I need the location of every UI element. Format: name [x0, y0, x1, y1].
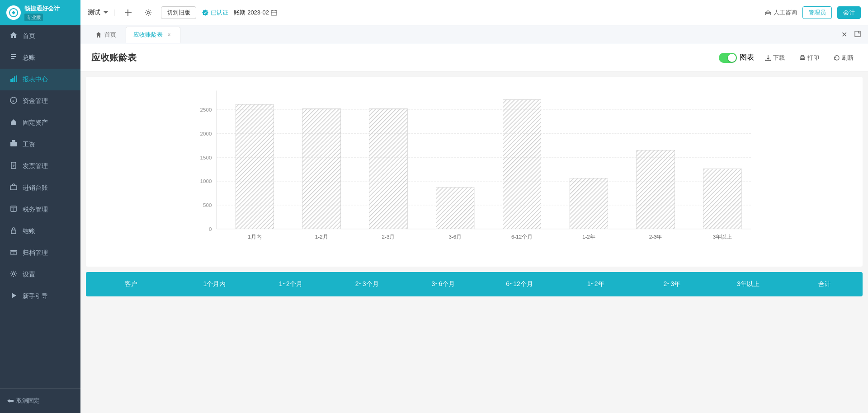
- certified-badge: 已认证: [202, 9, 228, 17]
- sidebar-item-payroll[interactable]: 工资: [0, 134, 80, 155]
- chart-toggle[interactable]: 图表: [719, 53, 754, 63]
- th-3y-plus: 3年以上: [710, 272, 787, 296]
- tab-aging[interactable]: 应收账龄表 ×: [126, 27, 180, 43]
- bar-6-12月: [503, 100, 541, 229]
- bar-3-6月: [436, 188, 474, 229]
- calendar-icon[interactable]: [271, 9, 277, 16]
- archive-icon: [9, 249, 18, 258]
- th-6-12m: 6~12个月: [481, 272, 558, 296]
- certified-label: 已认证: [211, 9, 228, 17]
- manager-button[interactable]: 管理员: [802, 6, 832, 19]
- svg-rect-37: [855, 31, 860, 37]
- settings-button[interactable]: [141, 5, 156, 20]
- accountant-button[interactable]: 会计: [837, 6, 861, 19]
- svg-rect-6: [14, 76, 15, 82]
- sidebar-item-tax[interactable]: 税务管理: [0, 199, 80, 221]
- add-button[interactable]: [121, 5, 136, 20]
- topbar-right: 人工咨询 管理员 会计: [764, 6, 861, 19]
- sidebar-label-settings: 设置: [23, 271, 35, 279]
- sidebar-item-archive[interactable]: 归档管理: [0, 242, 80, 264]
- sidebar-item-stock[interactable]: 进销台账: [0, 177, 80, 199]
- sidebar-item-settings[interactable]: 设置: [0, 264, 80, 286]
- sidebar: 畅捷通好会计 专业版 首页 总账 报表中心 ¥: [0, 0, 80, 413]
- tab-close-button[interactable]: ×: [165, 31, 173, 38]
- svg-point-36: [770, 12, 771, 14]
- window-expand-icon[interactable]: [854, 31, 861, 38]
- window-close-icon[interactable]: ✕: [841, 30, 847, 39]
- period-text: 账期: [234, 9, 245, 17]
- sidebar-label-reports: 报表中心: [23, 75, 48, 84]
- sidebar-item-assets[interactable]: 固定资产: [0, 112, 80, 134]
- company-selector[interactable]: 测试: [88, 9, 108, 17]
- sidebar-item-home[interactable]: 首页: [0, 25, 80, 47]
- cancel-fixed-button[interactable]: 取消固定: [7, 394, 73, 408]
- payroll-icon: [9, 140, 18, 149]
- tax-icon: [9, 205, 18, 214]
- refresh-button[interactable]: 刷新: [830, 52, 857, 64]
- svg-rect-5: [12, 78, 14, 82]
- svg-text:3-6月: 3-6月: [448, 234, 462, 239]
- sidebar-label-invoice: 发票管理: [23, 162, 48, 170]
- sidebar-label-payroll: 工资: [23, 141, 35, 149]
- svg-text:1500: 1500: [200, 155, 212, 160]
- print-button[interactable]: 打印: [796, 52, 823, 64]
- svg-text:3年以上: 3年以上: [713, 234, 732, 239]
- svg-text:2000: 2000: [200, 131, 212, 136]
- th-2-3y: 2~3年: [634, 272, 710, 296]
- download-label: 下载: [773, 54, 785, 62]
- sidebar-item-funds[interactable]: ¥ 资金管理: [0, 90, 80, 112]
- funds-icon: ¥: [9, 97, 18, 106]
- sidebar-label-ledger: 总账: [23, 54, 35, 62]
- svg-point-34: [767, 11, 769, 14]
- svg-rect-4: [10, 79, 12, 82]
- svg-point-26: [13, 273, 15, 275]
- ledger-icon: [9, 53, 18, 62]
- bar-3年以上: [703, 169, 741, 229]
- sidebar-item-guide[interactable]: 新手引导: [0, 286, 80, 307]
- tab-home[interactable]: 首页: [88, 27, 124, 43]
- cancel-fixed-icon: [7, 398, 14, 404]
- th-2-3m: 2~3个月: [329, 272, 405, 296]
- bar-1月内: [236, 104, 274, 229]
- sidebar-item-invoice[interactable]: 发票管理: [0, 155, 80, 177]
- table-container: 客户 1个月内 1~2个月 2~3个月 3~6个月 6~12个月 1~2年 2~…: [86, 272, 863, 296]
- svg-text:500: 500: [203, 202, 212, 208]
- toggle-track[interactable]: [719, 53, 737, 63]
- chart-container: 0 500 1000 1500 2000 2500 1月内: [86, 77, 863, 267]
- print-icon: [799, 55, 806, 61]
- download-button[interactable]: 下载: [761, 52, 788, 64]
- th-customer: 客户: [86, 272, 176, 296]
- sidebar-item-reports[interactable]: 报表中心: [0, 69, 80, 90]
- company-dropdown-icon: [103, 11, 108, 14]
- svg-marker-27: [12, 293, 16, 298]
- consult-button[interactable]: 人工咨询: [764, 9, 797, 17]
- reports-icon: [9, 75, 18, 84]
- sidebar-nav: 首页 总账 报表中心 ¥ 资金管理 固定资产: [0, 25, 80, 388]
- page-header: 应收账龄表 图表 下载 打印 刷新: [80, 44, 868, 71]
- sidebar-label-assets: 固定资产: [23, 119, 48, 127]
- svg-text:2-3年: 2-3年: [649, 234, 662, 239]
- cancel-fixed-label: 取消固定: [16, 397, 40, 405]
- guide-icon: [9, 292, 18, 301]
- svg-rect-10: [11, 122, 16, 125]
- sidebar-label-archive: 归档管理: [23, 249, 48, 257]
- sidebar-item-closing[interactable]: 结账: [0, 221, 80, 242]
- switch-version-button[interactable]: 切到旧版: [161, 6, 196, 19]
- certified-icon: [202, 9, 209, 16]
- invoice-icon: [9, 162, 18, 171]
- svg-text:¥: ¥: [12, 99, 14, 103]
- tabbar: 首页 应收账龄表 × ✕: [80, 25, 868, 44]
- svg-rect-22: [11, 230, 16, 234]
- sidebar-label-tax: 税务管理: [23, 206, 48, 214]
- tab-aging-label: 应收账龄表: [133, 31, 163, 39]
- stock-icon: [9, 183, 18, 192]
- sidebar-label-closing: 结账: [23, 227, 35, 235]
- logo-icon: [6, 5, 21, 20]
- svg-rect-3: [11, 58, 14, 59]
- page-title: 应收账龄表: [91, 52, 137, 64]
- sidebar-item-ledger[interactable]: 总账: [0, 47, 80, 69]
- home-tab-icon: [95, 32, 102, 38]
- sidebar-logo: 畅捷通好会计 专业版: [0, 0, 80, 25]
- home-icon: [9, 32, 18, 41]
- download-icon: [765, 55, 771, 61]
